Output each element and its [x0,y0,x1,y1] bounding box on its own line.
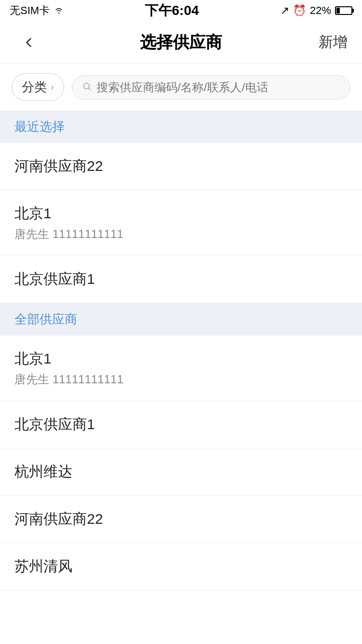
recent-list: 河南供应商22 北京1 唐先生 11111111111 北京供应商1 [0,143,362,303]
status-right: ↗ ⏰ 22% [280,4,352,17]
all-list-item[interactable]: 杭州维达 [0,448,362,496]
status-bar: 无SIM卡 下午6:04 ↗ ⏰ 22% [0,0,362,21]
chevron-right-icon: › [51,82,54,93]
no-sim-text: 无SIM卡 [10,3,50,18]
page-title: 选择供应商 [43,31,319,54]
item-sub: 唐先生 11111111111 [14,226,348,242]
search-box [72,75,350,99]
filter-row: 分类 › [0,64,362,111]
back-button[interactable] [14,28,43,57]
all-list-item[interactable]: 北京供应商1 [0,401,362,448]
item-sub: 唐先生 11111111111 [14,372,348,387]
battery-percent: 22% [310,4,331,17]
item-name: 北京供应商1 [14,269,348,289]
item-name: 北京1 [14,349,348,369]
all-list-item[interactable]: 北京1 唐先生 11111111111 [0,336,362,401]
recent-section-header: 最近选择 [0,111,362,143]
category-button[interactable]: 分类 › [12,73,64,101]
battery-icon [335,6,352,15]
alarm-icon: ⏰ [293,4,306,17]
recent-section-label: 最近选择 [14,119,65,134]
item-name: 苏州清风 [14,557,348,576]
search-icon [82,81,92,94]
status-left: 无SIM卡 [10,3,63,18]
all-list: 北京1 唐先生 11111111111 北京供应商1 杭州维达 河南供应商22 … [0,336,362,590]
location-icon: ↗ [280,4,289,17]
status-time: 下午6:04 [145,1,199,20]
item-name: 河南供应商22 [14,156,348,176]
item-name: 河南供应商22 [14,509,348,529]
all-list-item[interactable]: 苏州清风 [0,543,362,590]
category-label: 分类 [22,79,47,96]
all-section-label: 全部供应商 [14,312,77,326]
item-name: 北京供应商1 [14,415,348,434]
recent-list-item[interactable]: 北京供应商1 [0,256,362,303]
nav-bar: 选择供应商 新增 [0,21,362,64]
wifi-icon [55,7,63,14]
recent-list-item[interactable]: 北京1 唐先生 11111111111 [0,190,362,256]
item-name: 杭州维达 [14,462,348,482]
item-name: 北京1 [14,204,348,224]
all-list-item[interactable]: 河南供应商22 [0,496,362,543]
add-button[interactable]: 新增 [319,32,348,52]
all-section-header: 全部供应商 [0,303,362,336]
search-input[interactable] [97,81,340,94]
recent-list-item[interactable]: 河南供应商22 [0,143,362,190]
